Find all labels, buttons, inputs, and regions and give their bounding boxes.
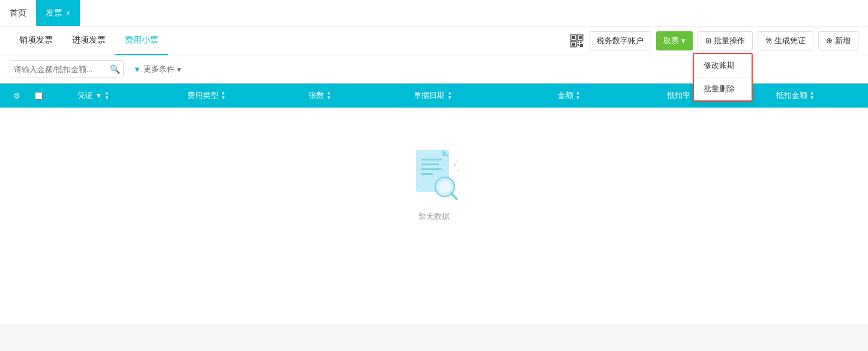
fetch-ticket-arrow-icon: ▾: [681, 36, 686, 45]
batch-op-button[interactable]: ⊞ 批量操作: [698, 31, 753, 50]
th-gear[interactable]: ⚙: [5, 91, 29, 100]
search-input[interactable]: [14, 65, 110, 74]
batch-op-icon: ⊞: [705, 37, 711, 45]
plus-icon: ⊕: [826, 36, 833, 45]
sort-voucher-icon[interactable]: ▲▼: [104, 91, 109, 100]
tax-account-button[interactable]: 税务数字账户: [589, 31, 651, 50]
generate-voucher-button[interactable]: 凭 生成凭证: [758, 31, 813, 50]
sort-date-icon[interactable]: ▲▼: [447, 91, 452, 100]
qr-icon[interactable]: [570, 34, 584, 48]
svg-rect-11: [421, 159, 442, 160]
voucher-icon: 凭: [765, 36, 772, 45]
filter-arrow-icon: ▾: [177, 65, 181, 74]
th-expense-type: 费用类型 ▲▼: [139, 90, 274, 101]
svg-rect-9: [580, 44, 583, 47]
th-date: 单据日期 ▲▼: [365, 90, 501, 101]
sales-invoice-tab[interactable]: 销项发票: [10, 26, 62, 55]
top-nav: 首页 发票 ×: [0, 0, 868, 26]
modify-period-item[interactable]: 修改账期: [694, 54, 752, 77]
expense-ticket-tab[interactable]: 费用小票: [115, 26, 168, 55]
content-area: ⚙ 凭证 ▼ ▲▼ 费用类型 ▲▼ 张数 ▲▼ 单据日期 ▲▼ 金额 ▲▼ 抵扣…: [0, 84, 868, 324]
gear-icon[interactable]: ⚙: [13, 91, 20, 100]
svg-rect-13: [421, 168, 442, 170]
close-icon[interactable]: ×: [66, 9, 70, 17]
invoice-tab[interactable]: 发票 ×: [36, 0, 80, 26]
sub-nav-left: 销项发票 进项发票 费用小票: [10, 26, 168, 55]
svg-point-16: [439, 181, 451, 193]
search-icon[interactable]: 🔍: [110, 64, 120, 74]
th-checkbox[interactable]: [29, 92, 48, 100]
select-all-checkbox[interactable]: [35, 92, 43, 100]
sort-amount-icon[interactable]: ▲▼: [576, 91, 580, 100]
purchase-invoice-tab[interactable]: 进项发票: [62, 26, 115, 55]
svg-point-20: [456, 160, 457, 161]
filter-voucher-icon[interactable]: ▼: [95, 92, 102, 99]
svg-rect-5: [572, 43, 575, 46]
empty-text: 暂无数据: [418, 211, 450, 222]
sort-deduct-icon[interactable]: ▲▼: [810, 91, 815, 100]
sort-expense-icon[interactable]: ▲▼: [221, 91, 226, 100]
filter-icon: ▼: [133, 65, 141, 74]
search-box[interactable]: 🔍: [10, 60, 124, 78]
sub-nav-right: 税务数字账户 取票 ▾ ⊞ 批量操作 修改账期 批量删除 凭 生成凭: [570, 31, 858, 50]
empty-state: 暂无数据: [0, 108, 868, 246]
svg-rect-6: [577, 41, 579, 43]
th-count: 张数 ▲▼: [274, 90, 365, 101]
svg-rect-12: [421, 163, 439, 165]
svg-point-18: [454, 163, 456, 166]
fetch-ticket-button[interactable]: 取票 ▾: [656, 31, 693, 50]
add-new-button[interactable]: ⊕ 新增: [818, 31, 858, 50]
invoice-tab-label: 发票: [46, 8, 62, 19]
home-label: 首页: [10, 8, 26, 19]
th-voucher: 凭证 ▼ ▲▼: [48, 90, 139, 101]
batch-op-dropdown: 修改账期 批量删除: [693, 53, 753, 102]
home-tab[interactable]: 首页: [0, 0, 36, 26]
batch-delete-item[interactable]: 批量删除: [694, 77, 752, 100]
svg-rect-3: [579, 36, 582, 39]
sub-nav: 销项发票 进项发票 费用小票 税务数字账户: [0, 26, 868, 55]
empty-illustration: [404, 144, 464, 204]
svg-point-19: [457, 170, 459, 172]
svg-rect-14: [421, 173, 433, 175]
sort-count-icon[interactable]: ▲▼: [327, 91, 331, 100]
th-amount: 金额 ▲▼: [501, 90, 636, 101]
svg-rect-8: [577, 44, 579, 46]
batch-op-wrap: ⊞ 批量操作 修改账期 批量删除: [698, 31, 753, 50]
svg-rect-1: [572, 36, 575, 39]
svg-rect-7: [580, 41, 582, 43]
svg-line-17: [451, 194, 457, 199]
filter-button[interactable]: ▼ 更多条件 ▾: [128, 61, 186, 77]
